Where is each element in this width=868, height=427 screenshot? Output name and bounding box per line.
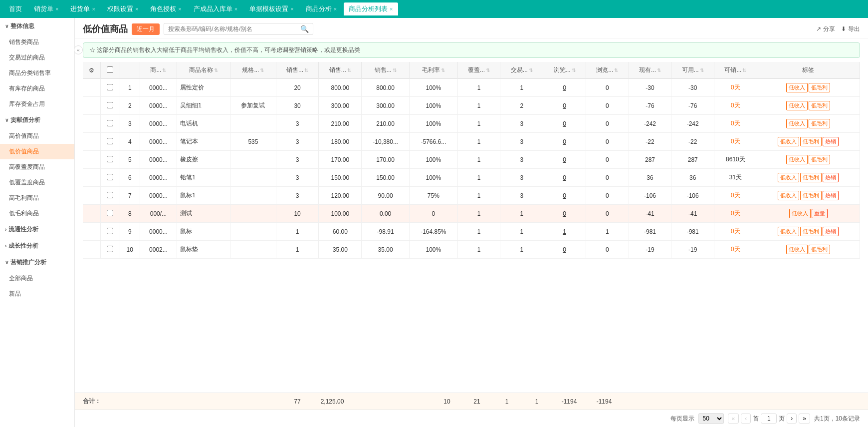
sidebar-item-low-coverage[interactable]: 低覆盖度商品 [0, 175, 74, 190]
col-cover[interactable]: 覆盖...⇅ [457, 62, 500, 79]
select-all-checkbox[interactable] [107, 66, 113, 73]
nav-template-settings[interactable]: 单据模板设置 × [244, 2, 298, 15]
cell-browse1[interactable]: 0 [543, 241, 586, 259]
row-checkbox[interactable] [107, 174, 113, 180]
row-checkbox[interactable] [107, 210, 113, 216]
sidebar-item-traded-goods[interactable]: 交易过的商品 [0, 50, 74, 65]
close-icon[interactable]: × [290, 6, 293, 12]
nav-purchase-order[interactable]: 进货单 × [65, 2, 100, 15]
sidebar-section-contribution[interactable]: ∨ 贡献值分析 [0, 112, 74, 128]
cell-browse1[interactable]: 0 [543, 205, 586, 223]
sidebar-item-all-goods[interactable]: 全部商品 [0, 271, 74, 286]
row-checkbox[interactable] [107, 84, 113, 90]
col-browse1[interactable]: 浏览...⇅ [543, 62, 586, 79]
close-icon[interactable]: × [92, 6, 95, 12]
nav-role-auth[interactable]: 角色授权 × [145, 2, 186, 15]
prev-page-button[interactable]: ‹ [741, 414, 751, 424]
cell-check[interactable] [100, 115, 120, 133]
cell-check[interactable] [100, 169, 120, 187]
nav-goods-analysis-list[interactable]: 商品分析列表 × [344, 2, 398, 15]
cell-browse1[interactable]: 0 [543, 115, 586, 133]
nav-goods-analysis[interactable]: 商品分析 × [301, 2, 342, 15]
cell-browse1[interactable]: 0 [543, 97, 586, 115]
sidebar-section-marketing[interactable]: ∨ 营销推广分析 [0, 254, 74, 271]
col-sale-amt[interactable]: 销售...⇅ [319, 62, 362, 79]
browse-link[interactable]: 0 [563, 246, 566, 253]
next-page-button[interactable]: › [787, 414, 797, 424]
row-checkbox[interactable] [107, 228, 113, 234]
row-checkbox[interactable] [107, 192, 113, 198]
row-checkbox[interactable] [107, 246, 113, 252]
cell-check[interactable] [100, 97, 120, 115]
cell-browse1[interactable]: 0 [543, 151, 586, 169]
browse-link[interactable]: 0 [563, 156, 566, 163]
nav-sales-order[interactable]: 销货单 × [29, 2, 63, 15]
cell-browse1[interactable]: 0 [543, 79, 586, 97]
col-sale-qty[interactable]: 销售...⇅ [276, 62, 319, 79]
col-sale-gross[interactable]: 销售...⇅ [362, 62, 410, 79]
browse-link[interactable]: 0 [563, 192, 566, 199]
search-input[interactable] [168, 25, 300, 32]
cell-check[interactable] [100, 187, 120, 205]
browse-link[interactable]: 0 [563, 120, 566, 127]
sidebar-section-circulation[interactable]: › 流通性分析 [0, 221, 74, 238]
close-icon[interactable]: × [334, 6, 337, 12]
browse-link[interactable]: 0 [563, 174, 566, 181]
sidebar-item-low-margin[interactable]: 低毛利商品 [0, 206, 74, 221]
row-checkbox[interactable] [107, 156, 113, 162]
col-spec[interactable]: 规格...⇅ [230, 62, 276, 79]
sidebar-item-low-value[interactable]: 低价值商品 [0, 144, 74, 159]
col-checkbox-header[interactable] [100, 62, 120, 79]
row-checkbox[interactable] [107, 120, 113, 126]
browse-link[interactable]: 1 [563, 228, 566, 235]
col-trade[interactable]: 交易...⇅ [500, 62, 543, 79]
sidebar-item-inventory-capital[interactable]: 库存资金占用 [0, 96, 74, 112]
cell-browse1[interactable]: 0 [543, 187, 586, 205]
cell-check[interactable] [100, 205, 120, 223]
nav-product-storage[interactable]: 产成品入库单 × [189, 2, 242, 15]
export-button[interactable]: ⬇ 导出 [841, 25, 860, 33]
browse-link[interactable]: 0 [563, 138, 566, 145]
sidebar-item-high-margin[interactable]: 高毛利商品 [0, 190, 74, 206]
sidebar-item-stocked-goods[interactable]: 有库存的商品 [0, 81, 74, 96]
cell-browse1[interactable]: 0 [543, 133, 586, 151]
close-icon[interactable]: × [55, 6, 58, 12]
page-size-select[interactable]: 50 100 200 [698, 413, 724, 424]
last-page-button[interactable]: » [799, 414, 810, 424]
page-input[interactable] [761, 414, 777, 424]
cell-check[interactable] [100, 223, 120, 241]
first-page-button[interactable]: « [728, 414, 739, 424]
nav-permissions[interactable]: 权限设置 × [102, 2, 143, 15]
col-name[interactable]: 商品名称⇅ [177, 62, 230, 79]
cell-check[interactable] [100, 79, 120, 97]
cell-browse1[interactable]: 1 [543, 223, 586, 241]
nav-home[interactable]: 首页 [4, 2, 27, 15]
cell-check[interactable] [100, 241, 120, 259]
sidebar-item-sales-goods[interactable]: 销售类商品 [0, 34, 74, 50]
cell-check[interactable] [100, 151, 120, 169]
col-available[interactable]: 可用...⇅ [671, 62, 714, 79]
sidebar-section-overall[interactable]: ∨ 整体信息 [0, 18, 74, 34]
col-browse2[interactable]: 浏览...⇅ [586, 62, 629, 79]
col-code[interactable]: 商...⇅ [140, 62, 177, 79]
cell-browse1[interactable]: 0 [543, 169, 586, 187]
sidebar-item-new-goods[interactable]: 新品 [0, 286, 74, 302]
browse-link[interactable]: 0 [563, 102, 566, 109]
table-wrapper[interactable]: ⚙ 商...⇅ 商品名称⇅ 规格...⇅ 销售...⇅ 销售...⇅ 销售...… [75, 62, 868, 393]
share-button[interactable]: ↗ 分享 [816, 25, 835, 33]
close-icon[interactable]: × [135, 6, 138, 12]
col-setting[interactable]: ⚙ [83, 62, 100, 79]
browse-link[interactable]: 0 [563, 84, 566, 91]
row-checkbox[interactable] [107, 138, 113, 144]
row-checkbox[interactable] [107, 102, 113, 108]
close-icon[interactable]: × [178, 6, 181, 12]
cell-check[interactable] [100, 133, 120, 151]
filter-recent-month-button[interactable]: 近一月 [132, 23, 160, 35]
sidebar-item-high-value[interactable]: 高价值商品 [0, 128, 74, 144]
sidebar-section-growth[interactable]: › 成长性分析 [0, 238, 74, 254]
sidebar-item-category-sales-rate[interactable]: 商品分类销售率 [0, 65, 74, 81]
browse-link[interactable]: 0 [563, 210, 566, 217]
col-gross-rate[interactable]: 毛利率⇅ [409, 62, 457, 79]
sidebar-item-high-coverage[interactable]: 高覆盖度商品 [0, 159, 74, 175]
col-saleable[interactable]: 可销...⇅ [714, 62, 757, 79]
